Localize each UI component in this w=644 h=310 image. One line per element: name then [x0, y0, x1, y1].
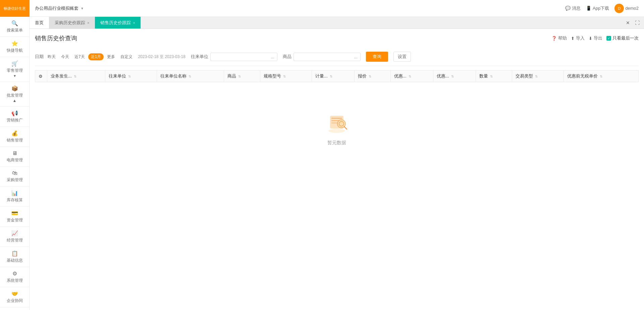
tab-purchase-history[interactable]: 采购历史价跟踪×	[49, 17, 95, 29]
page-title-actions: ❓ 帮助 ⬆ 导入 ⬇ 导出 ✓ 只看最后一次	[551, 35, 639, 41]
sidebar-label-purchase-mgmt: 采购管理	[7, 177, 23, 183]
tab-label-home: 首页	[35, 20, 44, 26]
sidebar-icon-system: ⚙	[12, 270, 17, 277]
tab-label-purchase-history: 采购历史价跟踪	[55, 20, 85, 26]
app-logo: 畅捷信好生意	[0, 0, 30, 17]
page-title: 销售历史价查询	[35, 34, 77, 42]
query-button[interactable]: 查询	[366, 52, 388, 62]
th-quantity[interactable]: 数量 ⇅	[476, 70, 512, 82]
topbar-title: 办公用品行业模拟账套	[35, 5, 78, 11]
date-shortcut-yesterday[interactable]: 昨天	[46, 53, 58, 60]
th-price[interactable]: 报价 ⇅	[355, 70, 391, 82]
empty-icon	[323, 109, 350, 136]
th-partner_code[interactable]: 往来单位 ⇅	[105, 70, 157, 82]
svg-rect-2	[331, 118, 342, 119]
sidebar-item-system[interactable]: ⚙系统管理	[0, 267, 29, 287]
th-unit[interactable]: 计量... ⇅	[312, 70, 355, 82]
sidebar-item-finance[interactable]: 💳资金管理	[0, 207, 29, 227]
sort-icon-unit: ⇅	[329, 74, 332, 78]
date-shortcut-today[interactable]: 今天	[59, 53, 71, 60]
date-shortcut-more[interactable]: 更多	[105, 53, 117, 60]
tab-sales-history[interactable]: 销售历史价跟踪×	[95, 17, 141, 29]
sidebar-icon-search: 🔍	[11, 20, 18, 27]
th-goods[interactable]: 商品 ⇅	[224, 70, 260, 82]
th-spec[interactable]: 规格型号 ⇅	[260, 70, 312, 82]
maximize-button[interactable]: ⛶	[633, 19, 641, 27]
sidebar-icon-operations: 📈	[11, 230, 18, 237]
sidebar-icon-purchase-mgmt: 🛍	[12, 170, 17, 176]
sort-icon-biz_date: ⇅	[73, 74, 76, 78]
th-partner_name[interactable]: 往来单位名称 ⇅	[157, 70, 224, 82]
date-shortcut-last7[interactable]: 近7天	[72, 53, 87, 60]
filter-bar: 日期 昨天今天近7天近1月更多自定义 2023-02-18 至 2023-03-…	[35, 48, 639, 66]
main-area: 办公用品行业模拟账套 ▾ 💬 消息 📱 App下载 D demo2 首页采购历史…	[30, 0, 644, 310]
goods-input-dots[interactable]: ...	[354, 54, 358, 59]
date-filter: 日期 昨天今天近7天近1月更多自定义 2023-02-18 至 2023-03-…	[35, 53, 185, 60]
sidebar-icon-quick-nav: ⭐	[11, 40, 18, 47]
sort-icon-discount1: ⇅	[408, 74, 411, 78]
sidebar-item-marketing[interactable]: 📢营销推广	[0, 107, 29, 127]
sidebar-item-sales-mgmt[interactable]: 💰销售管理	[0, 127, 29, 147]
message-button[interactable]: 💬 消息	[565, 5, 581, 11]
th-trade_type[interactable]: 交易类型 ⇅	[512, 70, 564, 82]
sidebar-label-finance: 资金管理	[7, 217, 23, 223]
sort-icon-quantity: ⇅	[489, 74, 493, 78]
app-download-button[interactable]: 📱 App下载	[586, 5, 609, 11]
th-discount2[interactable]: 优惠... ⇅	[433, 70, 476, 82]
sidebar-item-enterprise[interactable]: 🤝企业协同	[0, 287, 29, 307]
app-download-label: App下载	[593, 5, 609, 11]
empty-text: 暂元数据	[327, 140, 346, 146]
th-discount1[interactable]: 优惠... ⇅	[390, 70, 433, 82]
sidebar-item-quick-nav[interactable]: ⭐快捷导航	[0, 37, 29, 57]
settings-button[interactable]: 设置	[393, 52, 411, 62]
tab-close-sales-history[interactable]: ×	[133, 21, 135, 25]
only-last-checkbox-label[interactable]: ✓ 只看最后一次	[606, 35, 639, 41]
partner-filter: 往来单位 ...	[191, 53, 277, 61]
th-biz_date[interactable]: 业务发生... ⇅	[47, 70, 105, 82]
sidebar-item-inventory[interactable]: 📊库存核算	[0, 187, 29, 207]
sidebar-item-ecommerce[interactable]: 🖥电商管理	[0, 147, 29, 167]
date-range: 2023-02-18 至 2023-03-18	[138, 54, 185, 60]
sidebar-label-quick-nav: 快捷导航	[7, 48, 23, 53]
import-button[interactable]: ⬆ 导入	[571, 35, 585, 41]
import-label: 导入	[576, 35, 585, 41]
goods-input[interactable]	[297, 54, 354, 59]
sidebar-item-basic-info[interactable]: 📋基础信息	[0, 247, 29, 267]
help-button[interactable]: ❓ 帮助	[551, 35, 567, 41]
tab-home[interactable]: 首页	[30, 17, 49, 29]
th-pretax_price[interactable]: 优惠前无税单价 ⇅	[564, 70, 638, 82]
sidebar-item-operations[interactable]: 📈经营管理	[0, 227, 29, 247]
sidebar-icon-inventory: 📊	[11, 190, 18, 196]
sidebar-label-ecommerce: 电商管理	[7, 157, 23, 163]
topbar: 办公用品行业模拟账套 ▾ 💬 消息 📱 App下载 D demo2	[30, 0, 644, 17]
partner-input-dots[interactable]: ...	[271, 54, 274, 59]
partner-input[interactable]	[213, 54, 271, 59]
topbar-dropdown-icon[interactable]: ▾	[81, 6, 83, 11]
sidebar-icon-ecommerce: 🖥	[12, 150, 17, 156]
sidebar-item-wholesale-mgmt[interactable]: 📦批发管理▲	[0, 82, 29, 107]
sidebar-item-new-guide[interactable]: 🚀新手引导	[0, 307, 29, 310]
date-shortcut-last1m[interactable]: 近1月	[88, 53, 104, 60]
sidebar-label-sales-mgmt: 销售管理	[7, 138, 23, 143]
sidebar-item-retail-mgmt[interactable]: 🛒零售管理▾	[0, 57, 29, 82]
data-table: ⚙业务发生... ⇅往来单位 ⇅往来单位名称 ⇅商品 ⇅规格型号 ⇅计量... …	[35, 70, 639, 82]
sidebar-icon-basic-info: 📋	[11, 250, 18, 257]
sidebar-icon-wholesale-mgmt: 📦	[11, 85, 18, 92]
download-icon: 📱	[586, 6, 591, 11]
empty-state: 暂元数据	[35, 82, 639, 173]
tab-close-purchase-history[interactable]: ×	[87, 21, 89, 25]
export-button[interactable]: ⬇ 导出	[589, 35, 602, 41]
only-last-checkbox[interactable]: ✓	[606, 36, 611, 41]
sidebar-item-purchase-mgmt[interactable]: 🛍采购管理	[0, 167, 29, 187]
close-all-tabs-button[interactable]: ✕	[624, 19, 632, 27]
svg-point-0	[328, 129, 345, 133]
date-shortcut-custom[interactable]: 自定义	[118, 53, 135, 60]
app-logo-text: 畅捷信好生意	[4, 6, 26, 11]
topbar-left: 办公用品行业模拟账套 ▾	[35, 5, 83, 11]
filter-row: 日期 昨天今天近7天近1月更多自定义 2023-02-18 至 2023-03-…	[35, 52, 639, 62]
sidebar-label-wholesale-mgmt: 批发管理	[7, 93, 23, 98]
sidebar-icon-marketing: 📢	[11, 110, 18, 116]
user-profile[interactable]: D demo2	[614, 4, 639, 13]
sidebar-item-search[interactable]: 🔍搜索菜单	[0, 17, 29, 37]
import-icon: ⬆	[571, 36, 575, 41]
